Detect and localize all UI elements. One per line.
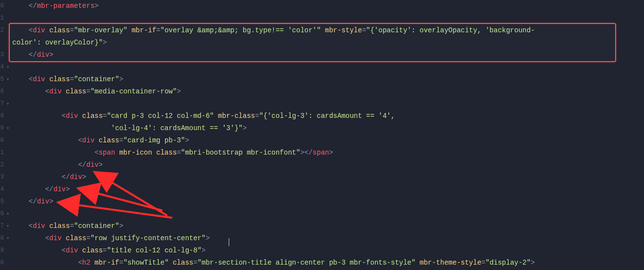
fold-marker[interactable]: ▾ (5, 208, 11, 220)
code-token: div (82, 136, 99, 144)
code-token: "card p-3 col-12 col-md-6" (107, 112, 214, 120)
code-token: </ (62, 173, 70, 181)
code-token: > (531, 259, 535, 267)
code-line[interactable]: </div> (12, 49, 642, 61)
fold-gutter: ▾▾▾▾▾▾▾ (5, 0, 11, 270)
code-line[interactable]: </div> (12, 183, 642, 196)
line-number: 1 (0, 12, 5, 24)
code-area[interactable]: </mbr-parameters> <div class="mbr-overla… (12, 0, 642, 270)
code-token: > (177, 88, 181, 95)
code-token: div (53, 185, 66, 193)
fold-marker[interactable]: ▾ (5, 98, 11, 110)
code-line[interactable]: <div class="title col-12 col-lg-8"> (12, 245, 642, 257)
code-token: > (66, 185, 70, 193)
code-token: > (98, 161, 102, 169)
code-token: class (49, 222, 70, 230)
code-token: > (95, 2, 98, 10)
code-line[interactable]: <h2 mbr-if="showTitle" class="mbr-sectio… (12, 257, 642, 269)
code-line[interactable]: <div class="card-img pb-3"> (12, 135, 642, 147)
code-token: > (119, 75, 123, 83)
code-token: </ (29, 51, 37, 59)
code-token: div (70, 173, 82, 181)
code-line[interactable]: </div> (12, 159, 642, 171)
line-number: 0 (0, 135, 5, 147)
code-token: div (86, 161, 98, 169)
fold-marker[interactable]: ▾ (5, 73, 11, 86)
code-token: mbr-parameters (37, 2, 95, 10)
fold-marker[interactable]: ▾ (5, 61, 11, 73)
code-token: = (255, 112, 259, 120)
code-token: mbr-if (127, 26, 156, 34)
code-token: < (45, 234, 49, 242)
line-number: 3 (0, 171, 5, 183)
code-token: > (202, 247, 206, 254)
code-token: < (62, 247, 66, 254)
line-number: 5 (0, 73, 5, 86)
code-token: = (103, 247, 107, 254)
code-token: class (49, 75, 70, 83)
code-line[interactable]: <div class="container"> (12, 73, 642, 86)
code-token: = (119, 259, 123, 267)
code-line[interactable]: <div class="container"> (12, 220, 642, 232)
code-line[interactable]: <div class="card p-3 col-12 col-md-6" mb… (12, 110, 642, 122)
code-token: "overlay &amp;&amp; bg.type!== 'color'" (160, 26, 321, 34)
code-token: mbr-icon class (119, 149, 177, 157)
code-editor[interactable]: 012345678901234567890 ▾▾▾▾▾▾▾ </mbr-para… (0, 0, 644, 270)
code-token: > (103, 39, 107, 46)
code-token: "{'col-lg-3': cardsAmount == '4', (259, 112, 395, 120)
code-token: class (82, 112, 103, 120)
code-token: = (481, 259, 485, 267)
fold-marker[interactable]: ▾ (5, 232, 11, 245)
code-line[interactable]: <div class="mbr-overlay" mbr-if="overlay… (12, 24, 642, 37)
code-line[interactable]: <span mbr-icon class="mbri-bootstrap mbr… (12, 147, 642, 159)
code-line[interactable] (12, 208, 642, 220)
code-token: "mbr-section-title align-center pb-3 mbr… (197, 259, 415, 267)
code-token: > (49, 198, 53, 205)
code-line[interactable]: </mbr-parameters> (12, 0, 642, 12)
code-token: mbr-class (214, 112, 255, 120)
code-line[interactable] (12, 98, 642, 110)
code-line[interactable]: <div class="media-container-row"> (12, 86, 642, 98)
line-number: 6 (0, 208, 5, 220)
code-token: ></ (300, 149, 312, 157)
code-token: div (33, 75, 49, 83)
code-token: > (329, 149, 333, 157)
code-token: div (33, 26, 49, 34)
code-line[interactable]: </div> (12, 196, 642, 208)
code-line[interactable]: color': overlayColor}"> (12, 37, 642, 49)
code-line[interactable] (12, 12, 642, 24)
code-line[interactable]: </div> (12, 171, 642, 183)
code-token: class (66, 88, 86, 95)
code-token: span (312, 149, 329, 157)
fold-marker[interactable]: ▾ (5, 220, 11, 232)
code-token: > (242, 124, 246, 132)
code-token: > (185, 136, 189, 144)
code-token: > (206, 234, 210, 242)
code-token: color': overlayColor}" (12, 39, 103, 46)
code-token: class (168, 259, 193, 267)
code-token: < (29, 222, 33, 230)
code-token: = (86, 234, 90, 242)
code-token: "showTitle" (123, 259, 168, 267)
code-line[interactable]: <div class="row justify-content-center"> (12, 232, 642, 245)
code-token: mbr-style (321, 26, 362, 34)
line-number: 6 (0, 86, 5, 98)
code-token: class (49, 26, 70, 34)
code-token: div (49, 234, 66, 242)
code-token: "container" (74, 222, 119, 230)
code-token: < (45, 88, 49, 95)
code-line[interactable]: 'col-lg-4': cardsAmount == '3'}"> (12, 122, 642, 135)
code-line[interactable] (12, 61, 642, 73)
fold-marker[interactable]: ▾ (5, 122, 11, 135)
code-token: > (119, 222, 123, 230)
code-token: "{'opacity': overlayOpacity, 'background… (366, 26, 535, 34)
code-token: mbr-if (95, 259, 119, 267)
line-number: 0 (0, 257, 5, 269)
code-token: class (98, 136, 119, 144)
code-token: "mbr-overlay" (74, 26, 127, 34)
code-token: < (62, 112, 66, 120)
line-number (0, 37, 5, 49)
code-token: "card-img pb-3" (123, 136, 185, 144)
code-token: = (103, 112, 107, 120)
code-token: = (70, 75, 74, 83)
